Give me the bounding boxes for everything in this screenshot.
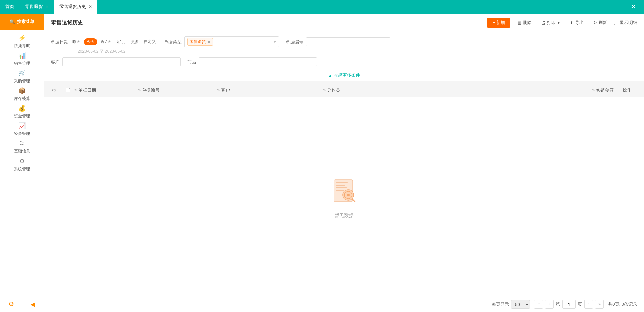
purchase-icon: 🛒	[18, 69, 26, 77]
sidebar-item-finance[interactable]: 💰 资金管理	[0, 103, 44, 120]
svg-rect-3	[336, 187, 347, 188]
sidebar-item-purchase[interactable]: 🛒 采购管理	[0, 68, 44, 85]
date-range-display: 2023-06-02 至 2023-06-02	[78, 49, 637, 54]
col-settings[interactable]: ⚙	[47, 88, 61, 93]
col-number-header: ⇅ 单据编号	[138, 87, 217, 93]
sidebar-collapse-icon[interactable]: ◀	[30, 300, 35, 308]
goods-filter: 商品 ...	[187, 57, 317, 66]
sidebar-search-label: 搜索菜单	[17, 19, 34, 25]
refresh-label: 刷新	[598, 20, 607, 26]
show-detail-checkbox[interactable]	[614, 21, 618, 25]
new-button[interactable]: + 新增	[487, 18, 510, 28]
date-label: 单据日期	[51, 39, 68, 45]
col-checkbox[interactable]	[61, 88, 74, 92]
page-size-label: 每页显示	[492, 301, 509, 307]
customer-input[interactable]: ...	[62, 57, 181, 66]
sidebar-item-sales-label: 销售管理	[14, 61, 30, 66]
filter-area: 单据日期 昨天 今天 近7天 近1月 更多 自定义 单据类型	[44, 32, 644, 81]
print-arrow: ▼	[557, 21, 560, 25]
shortcut-1month[interactable]: 近1月	[115, 38, 128, 45]
print-button[interactable]: 🖨 打印 ▼	[539, 18, 563, 27]
tab-retail-return-close[interactable]: ✕	[45, 4, 49, 9]
col-guide-label: 导购员	[327, 87, 340, 93]
col-number-label: 单据编号	[142, 87, 160, 93]
first-page-button[interactable]: «	[534, 300, 543, 309]
goods-input[interactable]: ...	[199, 57, 317, 66]
sort-icon-number: ⇅	[138, 88, 141, 92]
sidebar-item-quicknav[interactable]: ⚡ 快捷导航	[0, 32, 44, 50]
shortcut-7days[interactable]: 近7天	[99, 38, 113, 45]
type-tag-remove[interactable]: ✕	[207, 40, 211, 44]
customer-placeholder: ...	[65, 59, 69, 64]
operation-icon: 📈	[18, 122, 26, 130]
prev-page-button[interactable]: ‹	[545, 300, 554, 309]
col-customer-header: ⇅ 客户	[217, 87, 323, 93]
tab-bar: 首页 零售退货 ✕ 零售退货历史 ✕	[0, 0, 628, 14]
shortcut-custom[interactable]: 自定义	[142, 38, 157, 45]
export-label: 导出	[575, 20, 584, 26]
empty-illustration	[327, 175, 361, 208]
shortcut-today[interactable]: 今天	[84, 38, 97, 45]
settings-icon: ⚙	[52, 88, 56, 93]
sidebar-item-operation-label: 经营管理	[14, 131, 30, 137]
finance-icon: 💰	[18, 105, 26, 112]
sidebar-settings-icon[interactable]: ⚙	[8, 300, 14, 308]
sales-icon: 📊	[18, 52, 26, 59]
show-detail-checkbox-label[interactable]: 显示明细	[614, 20, 637, 26]
sidebar-item-basic-label: 基础信息	[14, 148, 30, 154]
customer-label: 客户	[51, 59, 59, 65]
sidebar-item-sales[interactable]: 📊 销售管理	[0, 50, 44, 68]
page-size-select[interactable]: 50 100 200	[511, 300, 530, 309]
export-icon: ⬆	[570, 20, 574, 25]
tab-home[interactable]: 首页	[0, 0, 20, 14]
select-all-checkbox[interactable]	[66, 88, 70, 92]
number-filter: 单据编号	[286, 37, 390, 46]
sidebar-item-system-label: 系统管理	[14, 166, 30, 172]
sidebar-search[interactable]: 🔍 搜索菜单	[0, 14, 44, 30]
last-page-button[interactable]: »	[595, 300, 604, 309]
page-title: 零售退货历史	[51, 19, 83, 26]
table-area: ⚙ ⇅ 单据日期 ⇅ 单据编号 ⇅ 客户 ⇅	[44, 84, 644, 296]
sidebar-item-operation[interactable]: 📈 经营管理	[0, 120, 44, 138]
quicknav-icon: ⚡	[18, 34, 26, 42]
tab-retail-return-history[interactable]: 零售退货历史 ✕	[54, 0, 97, 14]
page-input[interactable]	[562, 300, 576, 309]
number-input[interactable]	[306, 37, 390, 46]
collapse-icon: ▲	[328, 73, 332, 78]
system-icon: ⚙	[19, 157, 25, 165]
svg-rect-4	[336, 190, 344, 191]
page-label: 第	[556, 301, 560, 307]
delete-button[interactable]: 🗑 删除	[515, 18, 534, 27]
sidebar-item-inventory[interactable]: 📦 库存核算	[0, 85, 44, 103]
next-page-button[interactable]: ›	[584, 300, 593, 309]
export-button[interactable]: ⬆ 导出	[567, 18, 587, 27]
sidebar-nav: ⚡ 快捷导航 📊 销售管理 🛒 采购管理 📦 库存核算 💰 资金管理 📈	[0, 30, 44, 296]
refresh-button[interactable]: ↻ 刷新	[591, 18, 610, 27]
sidebar: 🔍 搜索菜单 ⚡ 快捷导航 📊 销售管理 🛒 采购管理 📦 库存核算 💰	[0, 14, 44, 312]
tab-retail-return[interactable]: 零售退货 ✕	[20, 0, 54, 14]
page-unit: 页	[578, 301, 582, 307]
sort-icon-date: ⇅	[74, 88, 77, 92]
pagination-bar: 每页显示 50 100 200 « ‹ 第 页 ›	[44, 296, 644, 312]
type-select[interactable]: 零售退货 ✕ ∨	[184, 36, 279, 47]
tab-retail-return-history-close[interactable]: ✕	[89, 4, 92, 9]
total-info: 共0页, 0条记录	[608, 301, 637, 307]
window-close-button[interactable]: ✕	[628, 2, 639, 12]
sidebar-item-finance-label: 资金管理	[14, 113, 30, 119]
filter-row-2: 客户 ... 商品 ...	[51, 57, 637, 66]
col-amount-label: 实销金额	[596, 87, 614, 93]
empty-state: 暂无数据	[327, 175, 361, 219]
shortcut-yesterday[interactable]: 昨天	[71, 38, 82, 45]
refresh-icon: ↻	[593, 20, 597, 25]
filter-row-1: 单据日期 昨天 今天 近7天 近1月 更多 自定义 单据类型	[51, 36, 637, 47]
collapse-button[interactable]: ▲ 收起更多条件	[51, 70, 637, 81]
type-select-arrow: ∨	[273, 40, 276, 44]
sidebar-item-basic[interactable]: 🗂 基础信息	[0, 138, 44, 156]
sidebar-item-system[interactable]: ⚙ 系统管理	[0, 156, 44, 173]
goods-placeholder: ...	[202, 59, 206, 64]
main-layout: 🔍 搜索菜单 ⚡ 快捷导航 📊 销售管理 🛒 采购管理 📦 库存核算 💰	[0, 14, 644, 312]
number-label: 单据编号	[286, 39, 303, 45]
col-date-header: ⇅ 单据日期	[74, 87, 138, 93]
col-action-header: 操作	[614, 87, 641, 93]
shortcut-more[interactable]: 更多	[129, 38, 140, 45]
